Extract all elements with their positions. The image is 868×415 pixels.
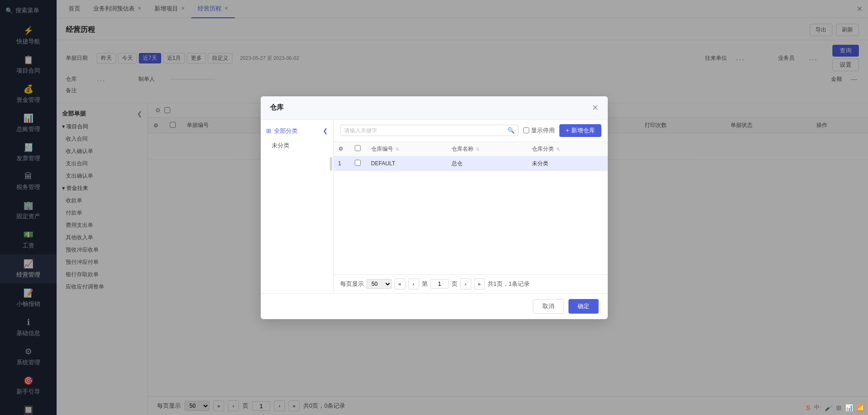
modal-page-word: 第 [422,280,428,288]
modal-close-button[interactable]: ✕ [592,103,599,113]
add-warehouse-button[interactable]: + 新增仓库 [559,124,601,137]
modal-page-label: 页 [452,280,458,288]
show-disabled-checkbox-label[interactable]: 显示停用 [523,126,555,135]
modal-warehouse-table: ⚙ 仓库编号 ⇅ 仓库名称 ⇅ 仓库分类 ⇅ 1 DEFAU [334,142,608,171]
modal-toolbar: 🔍 显示停用 + 新增仓库 [334,120,608,142]
modal-pagination: 每页显示 50 100 « ‹ 第 页 › » 共1页，1条记录 [334,274,608,293]
modal-page-size-label: 每页显示 [340,280,364,288]
modal-prev-page[interactable]: ‹ [408,278,419,289]
row-settings-cell: 1 [334,156,350,171]
modal-confirm-button[interactable]: 确定 [568,299,599,314]
modal-page-input[interactable] [431,279,449,289]
modal-search-input[interactable] [344,127,505,134]
row-name-cell: 总仓 [447,156,527,171]
show-disabled-label: 显示停用 [531,126,555,135]
row-code-cell: DEFAULT [367,156,447,171]
modal-page-size-select[interactable]: 50 100 [367,279,392,289]
modal-col-name[interactable]: 仓库名称 ⇅ [447,142,527,157]
bottom-logos: S 中· 🎤 ⊞ 📊 📶 [806,404,864,411]
modal-first-page[interactable]: « [395,278,405,289]
modal-cancel-button[interactable]: 取消 [533,299,564,314]
modal-total-info: 共1页，1条记录 [488,280,530,288]
modal-overlay: 仓库 ✕ ⊞ 全部分类 ❮ 未分类 [0,0,868,415]
modal-body: ⊞ 全部分类 ❮ 未分类 🔍 [261,120,608,293]
show-disabled-checkbox[interactable] [523,127,529,133]
row-checkbox-cell[interactable] [350,156,367,171]
modal-col-checkbox[interactable] [350,142,367,157]
add-warehouse-plus-icon: + [566,127,569,134]
modal-header: 仓库 ✕ [261,96,608,120]
row-category-cell: 未分类 [527,156,608,171]
all-category-icon: ⊞ [266,127,271,134]
modal-search-icon[interactable]: 🔍 [507,127,515,134]
modal-table-container: ⚙ 仓库编号 ⇅ 仓库名称 ⇅ 仓库分类 ⇅ 1 DEFAU [334,142,608,274]
scrollbar-thumb[interactable] [330,157,332,171]
modal-left-collapse-icon[interactable]: ❮ [323,127,328,134]
modal-right-panel: 🔍 显示停用 + 新增仓库 [334,120,608,293]
chart-icon: 📊 [845,404,853,411]
wifi-icon: 📶 [857,404,864,411]
modal-footer: 取消 确定 [261,293,608,319]
all-category-label: 全部分类 [274,127,298,135]
unclassified-label: 未分类 [272,142,289,149]
brand-logo: S [806,404,810,411]
grid-icon: ⊞ [836,404,842,411]
modal-next-page[interactable]: › [460,278,471,289]
modal-table-row[interactable]: 1 DEFAULT 总仓 未分类 [334,156,608,171]
modal-title: 仓库 [270,103,284,112]
modal-col-code[interactable]: 仓库编号 ⇅ [367,142,447,157]
modal-col-category[interactable]: 仓库分类 ⇅ [527,142,608,157]
modal-last-page[interactable]: » [474,278,485,289]
brand-label: 中· [814,404,821,411]
add-warehouse-label: 新增仓库 [571,126,595,135]
modal-col-settings[interactable]: ⚙ [334,142,350,157]
modal-left-panel: ⊞ 全部分类 ❮ 未分类 [261,120,334,293]
modal-search-box: 🔍 [340,125,519,136]
mic-icon: 🎤 [825,404,832,411]
modal-left-all-category[interactable]: ⊞ 全部分类 ❮ [261,123,333,139]
modal-category-unclassified[interactable]: 未分类 [261,139,333,152]
warehouse-modal: 仓库 ✕ ⊞ 全部分类 ❮ 未分类 [261,96,608,319]
